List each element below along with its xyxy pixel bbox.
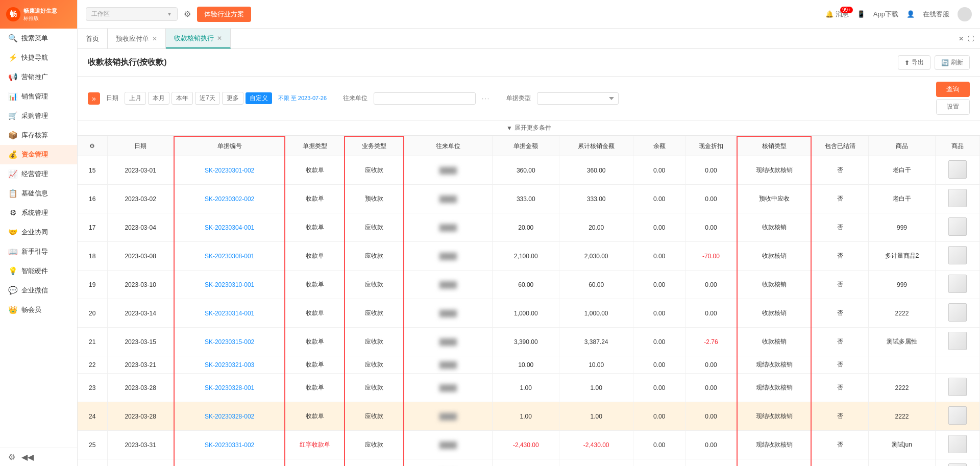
date-btn-this-year[interactable]: 本年: [172, 92, 193, 105]
cell-partner: ████: [404, 328, 493, 356]
table-row[interactable]: 22 2023-03-21 SK-20230321-003 收款单 应收款 ██…: [78, 356, 980, 374]
col-settings[interactable]: ⚙: [78, 136, 107, 156]
tab-预收应付单[interactable]: 预收应付单✕: [108, 29, 166, 48]
table-row[interactable]: 21 2023-03-15 SK-20230315-002 收款单 应收款 ██…: [78, 328, 980, 356]
sidebar-item-企业微信[interactable]: 💬企业微信: [0, 281, 77, 300]
cell-order-no: SK-20230403-002: [174, 459, 285, 467]
sidebar: 畅 畅康道好生意 标推版 🔍搜索菜单⚡快捷导航📢营销推广📊销售管理🛒采购管理📦库…: [0, 0, 78, 466]
col-biz-type: 业务类型: [345, 136, 404, 156]
col-order-no: 单据编号: [174, 136, 285, 156]
cell-verify-type: 预收中应收: [737, 185, 811, 213]
cell-balance: 0.00: [633, 431, 685, 459]
cell-balance: 0.00: [633, 156, 685, 185]
expand-conditions-button[interactable]: ▼ 展开更多条件: [506, 124, 551, 132]
tab-首页[interactable]: 首页: [78, 29, 108, 48]
settings-icon[interactable]: ⚙: [8, 452, 15, 462]
cell-no: 15: [78, 156, 107, 185]
sidebar-icon: 📢: [8, 72, 17, 82]
workspace-selector[interactable]: 工作区 ▼: [86, 7, 178, 21]
cell-date: 2023-03-14: [107, 299, 174, 328]
tab-close-icon[interactable]: ✕: [217, 35, 222, 42]
order-no-link[interactable]: SK-20230328-002: [205, 413, 254, 420]
table-row[interactable]: 19 2023-03-10 SK-20230310-001 收款单 应收款 ██…: [78, 271, 980, 299]
sidebar-item-资金管理[interactable]: 💰资金管理: [0, 145, 77, 164]
cell-discount: 0.00: [685, 459, 737, 467]
user-avatar[interactable]: [958, 7, 972, 21]
query-button[interactable]: 查询: [936, 82, 970, 97]
sidebar-item-新手引导[interactable]: 📖新手引导: [0, 242, 77, 261]
cell-settled: 否: [811, 328, 869, 356]
table-row[interactable]: 17 2023-03-04 SK-20230304-001 收款单 应收款 ██…: [78, 213, 980, 242]
cell-discount: 0.00: [685, 299, 737, 328]
sidebar-item-基础信息[interactable]: 📋基础信息: [0, 184, 77, 203]
cell-product-img: [935, 185, 979, 213]
col-verified-amount: 累计核销金额: [559, 136, 633, 156]
cell-balance: 0.00: [633, 374, 685, 402]
date-btn-7days[interactable]: 近7天: [195, 92, 220, 105]
cell-verify-type: 现结收款核销: [737, 156, 811, 185]
sidebar-item-搜索菜单[interactable]: 🔍搜索菜单: [0, 29, 77, 48]
sidebar-item-库存核算[interactable]: 📦库存核算: [0, 126, 77, 145]
sidebar-item-企业协同[interactable]: 🤝企业协同: [0, 223, 77, 242]
order-no-link[interactable]: SK-20230302-002: [205, 195, 254, 203]
online-service-link[interactable]: 在线客服: [923, 10, 949, 19]
cell-verified: 60.00: [559, 271, 633, 299]
cell-verify-type: 收款核销: [737, 271, 811, 299]
order-no-link[interactable]: SK-20230304-001: [205, 224, 254, 231]
date-btn-this-month[interactable]: 本月: [148, 92, 169, 105]
maximize-icon[interactable]: ⛶: [968, 35, 974, 42]
app-download-link[interactable]: App下载: [873, 10, 898, 19]
sidebar-item-系统管理[interactable]: ⚙系统管理: [0, 203, 77, 223]
tab-收款核销执行[interactable]: 收款核销执行✕: [166, 29, 231, 48]
order-no-link[interactable]: SK-20230308-001: [205, 253, 254, 260]
sidebar-item-销售管理[interactable]: 📊销售管理: [0, 87, 77, 106]
sidebar-icon: 📦: [8, 131, 17, 140]
date-custom-button[interactable]: 自定义: [246, 92, 272, 104]
sidebar-item-label: 系统管理: [21, 208, 48, 217]
sidebar-item-快捷导航[interactable]: ⚡快捷导航: [0, 48, 77, 67]
export-button[interactable]: ⬆ 导出: [898, 55, 930, 70]
table-row[interactable]: 15 2023-03-01 SK-20230301-002 收款单 应收款 ██…: [78, 156, 980, 185]
cell-product-img: [935, 374, 979, 402]
date-btn-last-month[interactable]: 上月: [125, 92, 146, 105]
order-no-link[interactable]: SK-20230315-002: [205, 338, 254, 346]
sidebar-item-智能硬件[interactable]: 💡智能硬件: [0, 261, 77, 281]
order-no-link[interactable]: SK-20230331-002: [205, 442, 254, 449]
table-row[interactable]: 18 2023-03-08 SK-20230308-001 收款单 应收款 ██…: [78, 242, 980, 271]
sidebar-item-营销推广[interactable]: 📢营销推广: [0, 67, 77, 87]
settings-gear-icon[interactable]: ⚙: [184, 9, 191, 19]
setting-button[interactable]: 设置: [936, 99, 970, 115]
table-row[interactable]: 20 2023-03-14 SK-20230314-001 收款单 应收款 ██…: [78, 299, 980, 328]
order-no-link[interactable]: SK-20230301-002: [205, 167, 254, 174]
order-no-link[interactable]: SK-20230314-001: [205, 310, 254, 317]
sidebar-item-经营管理[interactable]: 📈经营管理: [0, 164, 77, 184]
table-row[interactable]: 16 2023-03-02 SK-20230302-002 收款单 预收款 ██…: [78, 185, 980, 213]
table-row[interactable]: 26 2023-04-03 SK-20230403-002 收款单 预收款 ██…: [78, 459, 980, 467]
cell-verify-type: 预收款核销: [737, 459, 811, 467]
date-btn-more[interactable]: 更多: [222, 92, 243, 105]
product-image: [948, 275, 967, 293]
filter-toggle-button[interactable]: »: [88, 92, 100, 105]
sidebar-item-采购管理[interactable]: 🛒采购管理: [0, 106, 77, 126]
cell-no: 24: [78, 402, 107, 431]
tab-close-icon[interactable]: ✕: [152, 35, 157, 42]
industry-solution-button[interactable]: 体验行业方案: [197, 7, 251, 22]
cell-receipt-type: 收款单: [285, 242, 344, 271]
close-tab-icon[interactable]: ✕: [959, 35, 964, 42]
table-row[interactable]: 25 2023-03-31 SK-20230331-002 红字收款单 应收款 …: [78, 431, 980, 459]
message-badge[interactable]: 🔔 消息 99+: [825, 10, 849, 19]
table-row[interactable]: 23 2023-03-28 SK-20230328-001 收款单 应收款 ██…: [78, 374, 980, 402]
collapse-icon[interactable]: ◀◀: [21, 452, 34, 462]
cell-biz-type: 应收款: [345, 374, 404, 402]
sidebar-item-畅会员[interactable]: 👑畅会员: [0, 300, 77, 320]
order-no-link[interactable]: SK-20230310-001: [205, 281, 254, 288]
refresh-button[interactable]: 🔄 刷新: [935, 55, 970, 70]
page-actions: ⬆ 导出 🔄 刷新: [898, 55, 970, 70]
partner-input[interactable]: [374, 92, 476, 105]
cell-receipt-type: 收款单: [285, 156, 344, 185]
more-filters-dots[interactable]: ···: [482, 95, 490, 102]
receipt-type-select[interactable]: [537, 92, 619, 105]
order-no-link[interactable]: SK-20230321-003: [205, 361, 254, 369]
table-row[interactable]: 24 2023-03-28 SK-20230328-002 收款单 应收款 ██…: [78, 402, 980, 431]
order-no-link[interactable]: SK-20230328-001: [205, 384, 254, 391]
